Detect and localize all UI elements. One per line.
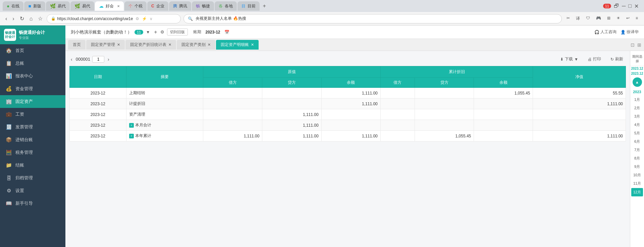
page-tab-home[interactable]: 首页 — [68, 40, 86, 50]
table-cell: 1,111.00 — [203, 131, 262, 141]
user-avatar[interactable]: 👤 徐译华 — [621, 29, 639, 35]
menu-btn[interactable]: ≡ — [634, 15, 640, 22]
expand-btn[interactable]: ⊞ — [637, 42, 641, 48]
month-item[interactable]: 12月 — [631, 188, 643, 196]
sidebar-item-closing[interactable]: 📁 结账 — [0, 159, 65, 172]
new-tab-button[interactable]: + — [260, 2, 269, 10]
month-item[interactable]: 3月 — [630, 112, 644, 121]
sun-btn[interactable]: ☀ — [614, 15, 622, 22]
page-tab-fixed-assets-mgmt[interactable]: 固定资产管理 ✕ — [86, 40, 125, 50]
sidebar-item-guide[interactable]: 📖 新手引导 — [0, 197, 65, 210]
sidebar-item-tax[interactable]: 🧮 税务管理 — [0, 146, 65, 159]
bookmark-button[interactable]: ☆ — [37, 15, 44, 22]
table-cell: +本月合计 — [126, 120, 203, 131]
page-tab-depreciation-stats[interactable]: 固定资产折旧统计表 ✕ — [125, 40, 176, 50]
translate-btn[interactable]: 译 — [574, 15, 582, 22]
sidebar-item-fixed-assets[interactable]: 🏢 固定资产 — [0, 95, 65, 108]
sidebar-item-label: 结账 — [15, 162, 24, 168]
month-item[interactable]: 9月 — [630, 163, 644, 171]
sidebar-item-reports[interactable]: 📊 报表中心 — [0, 70, 65, 82]
page-tab-asset-detail-ledger[interactable]: 固定资产明细账 ✕ — [216, 40, 259, 50]
print-button[interactable]: 🖨 打印 — [585, 55, 604, 63]
company-badge: 11 — [135, 30, 143, 35]
browser-tab-yidai1[interactable]: 🌿 易代 — [46, 1, 70, 11]
page-tab-close-icon[interactable]: ✕ — [168, 43, 171, 47]
sidebar-item-label: 设置 — [15, 188, 24, 194]
invoice-icon: 🧾 — [5, 124, 12, 130]
page-tab-asset-category[interactable]: 固定资产类别 ✕ — [177, 40, 215, 50]
browser-tab-changjie[interactable]: 畅 畅捷 — [192, 1, 214, 11]
page-tab-close-icon[interactable]: ✕ — [208, 43, 211, 47]
browser-tab-haohui[interactable]: ☁ 好会 ✕ — [95, 1, 124, 11]
month-item[interactable]: 5月 — [630, 129, 644, 137]
search-bar[interactable]: 🔍 央视更新主持人名单 🔥热搜 — [183, 14, 562, 23]
browser-tab-muqian[interactable]: 目 目前 — [237, 1, 260, 11]
browser-tab-qiye[interactable]: C 企业 — [147, 1, 168, 11]
month-item[interactable]: 2月 — [630, 104, 644, 112]
reload-button[interactable]: ↻ — [18, 15, 25, 22]
extension-btn[interactable]: 🛡 — [584, 15, 592, 22]
url-text: https://cloud.chanjet.com/accounting/uw1… — [57, 16, 133, 21]
add-button[interactable]: + — [154, 29, 157, 35]
month-item[interactable]: 11月 — [630, 179, 644, 188]
table-cell — [262, 99, 321, 109]
browser-tab-yidai2[interactable]: 🌿 易代 — [70, 1, 94, 11]
search-text: 央视更新主持人名单 🔥热搜 — [196, 16, 246, 21]
dropdown-arrow[interactable]: ▼ — [146, 30, 150, 35]
sidebar-item-payroll[interactable]: 💼 工资 — [0, 108, 65, 121]
month-item[interactable]: 6月 — [630, 137, 644, 146]
settings-small-btn[interactable]: ⚙ — [160, 29, 164, 35]
month-item[interactable]: 10月 — [630, 171, 644, 179]
table-cell — [262, 88, 321, 99]
sidebar-item-general-ledger[interactable]: 📋 总账 — [0, 57, 65, 70]
page-tab-close-icon[interactable]: ✕ — [251, 43, 254, 47]
browser-tab-gedi[interactable]: 各 各地 — [215, 1, 237, 11]
close-browser-btn[interactable]: ✕ — [634, 3, 639, 9]
browser-tab-tengxun[interactable]: 腾 腾讯 — [169, 1, 191, 11]
tax-icon: 🧮 — [5, 149, 12, 156]
refresh-button[interactable]: ↻ 刷新 — [608, 55, 626, 63]
home-button[interactable]: ⌂ — [28, 15, 34, 22]
back-button[interactable]: ‹ — [4, 15, 8, 22]
table-cell — [203, 109, 262, 120]
support-btn[interactable]: 🎧 人工咨询 — [594, 29, 616, 35]
ledger-table: 日期 摘要 原值 累计折旧 净值 借方 贷方 余额 借方 — [69, 66, 626, 141]
table-cell: 上期结转 — [126, 88, 203, 99]
sidebar-item-home[interactable]: 🏠 首页 — [0, 44, 65, 57]
next-page-button[interactable]: › — [106, 56, 111, 63]
page-tab-label: 首页 — [73, 42, 81, 48]
history-btn[interactable]: ↩ — [624, 15, 632, 22]
print-icon: 🖨 — [588, 57, 592, 62]
browser-tab-new[interactable]: ■ 新版 — [24, 1, 45, 11]
table-cell: 2023-12 — [70, 109, 126, 120]
tab-close-icon[interactable]: ✕ — [117, 4, 120, 8]
month-item[interactable]: 4月 — [630, 121, 644, 129]
forward-button[interactable]: › — [11, 15, 15, 22]
page-tab-close-icon[interactable]: ✕ — [117, 43, 120, 47]
calendar-icon[interactable]: 📅 — [224, 30, 229, 35]
month-item[interactable]: 7月 — [630, 146, 644, 154]
browser-tab-geshui[interactable]: 个 个税 — [124, 1, 147, 11]
sidebar-item-settings[interactable]: ⚙ 设置 — [0, 184, 65, 197]
sidebar-item-invoices[interactable]: 🧾 发票管理 — [0, 121, 65, 133]
maximize-btn[interactable]: □ — [628, 3, 632, 9]
scissors-btn[interactable]: ✂ — [565, 15, 572, 22]
minimize-btn[interactable]: ─ — [622, 3, 626, 9]
scroll-up-button[interactable]: ▲ — [633, 77, 642, 87]
sidebar-item-archive[interactable]: 🗄 归档管理 — [0, 172, 65, 184]
download-button[interactable]: ⬇ 下载 ▼ — [557, 55, 581, 63]
search-icon: 🔍 — [188, 16, 193, 21]
url-bar[interactable]: 🔒 https://cloud.chanjet.com/accounting/u… — [47, 14, 181, 23]
collapse-btn[interactable]: ⊡ — [631, 42, 635, 48]
page-input[interactable] — [92, 56, 104, 63]
switch-version-button[interactable]: 切到旧版 — [167, 28, 188, 36]
sidebar-item-purchase-sales[interactable]: 📦 进销台账 — [0, 133, 65, 146]
prev-page-button[interactable]: ‹ — [69, 56, 74, 63]
restore-btn[interactable]: 🗗 — [614, 3, 619, 9]
game-btn[interactable]: 🎮 — [594, 15, 603, 22]
grid-btn[interactable]: ⊞ — [605, 15, 612, 22]
browser-tab-online[interactable]: ● 在线 — [3, 1, 23, 11]
month-item[interactable]: 1月 — [630, 96, 644, 104]
sidebar-item-funds[interactable]: 💰 资金管理 — [0, 82, 65, 95]
month-item[interactable]: 8月 — [630, 154, 644, 163]
